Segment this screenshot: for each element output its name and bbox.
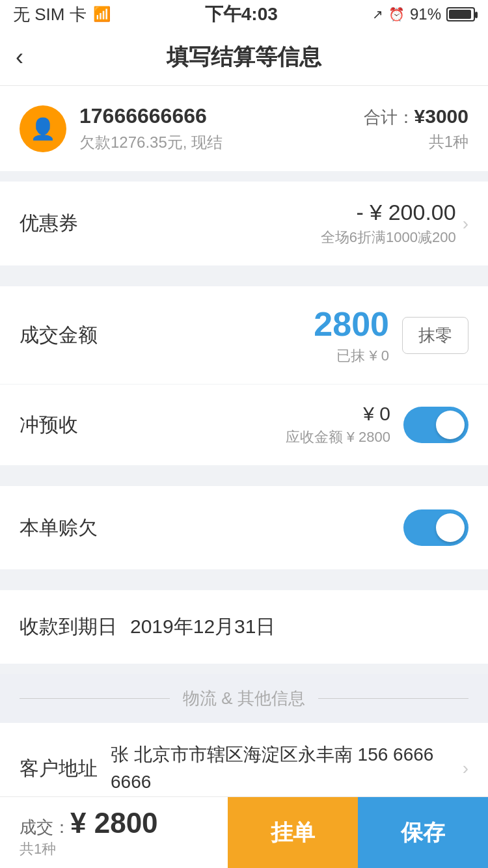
prereceive-label: 冲预收 xyxy=(20,412,78,439)
user-right: 合计：¥3000 共1种 xyxy=(364,105,468,152)
duedate-row: 收款到期日 2019年12月31日 xyxy=(0,590,488,664)
coupon-row[interactable]: 优惠券 - ¥ 200.00 全场6折满1000减200 › xyxy=(0,182,488,265)
debt-toggle[interactable] xyxy=(403,509,468,546)
nav-bar: ‹ 填写结算等信息 xyxy=(0,29,488,86)
battery-icon xyxy=(446,7,475,21)
bottom-deal-row: 成交：¥ 2800 xyxy=(20,807,208,839)
back-button[interactable]: ‹ xyxy=(16,44,23,71)
user-phone: 17666666666 xyxy=(79,104,223,128)
coupon-desc: 全场6折满1000减200 xyxy=(321,228,456,247)
logistics-text: 物流 & 其他信息 xyxy=(183,687,305,710)
coupon-label: 优惠券 xyxy=(20,210,78,237)
user-debt: 欠款1276.35元, 现结 xyxy=(79,132,223,153)
total-label-amount: 合计：¥3000 xyxy=(364,105,468,129)
divider-2 xyxy=(0,265,488,276)
avatar: 👤 xyxy=(20,105,66,152)
amount-section: 成交金额 2800 已抹 ¥ 0 抹零 冲预收 ¥ 0 应收金额 ¥ 2800 xyxy=(0,286,488,465)
prereceive-amount: ¥ 0 xyxy=(286,403,390,425)
wifi-icon: 📶 xyxy=(93,6,111,23)
status-time: 下午4:03 xyxy=(205,2,278,27)
bottom-left: 成交：¥ 2800 共1种 xyxy=(0,807,228,859)
status-bar: 无 SIM 卡 📶 下午4:03 ↗ ⏰ 91% xyxy=(0,0,488,29)
user-info: 17666666666 欠款1276.35元, 现结 xyxy=(79,104,223,153)
status-left: 无 SIM 卡 📶 xyxy=(13,3,111,26)
prereceive-value: ¥ 0 应收金额 ¥ 2800 xyxy=(286,403,390,447)
bottom-count: 共1种 xyxy=(20,839,208,859)
address-chevron-icon: › xyxy=(463,758,468,779)
logistics-line-right xyxy=(318,698,468,699)
bottom-deal-label: 成交： xyxy=(20,817,70,837)
location-icon: ↗ xyxy=(372,7,383,22)
amount-value-group: 2800 已抹 ¥ 0 xyxy=(314,305,389,366)
prereceive-toggle[interactable] xyxy=(403,407,468,443)
coupon-right: - ¥ 200.00 全场6折满1000减200 › xyxy=(321,200,468,247)
carrier-text: 无 SIM 卡 xyxy=(13,3,87,26)
debt-section: 本单赊欠 xyxy=(0,486,488,569)
total-count: 共1种 xyxy=(364,131,468,152)
debt-row: 本单赊欠 xyxy=(0,486,488,569)
hold-button[interactable]: 挂单 xyxy=(228,797,358,869)
avatar-icon: 👤 xyxy=(30,116,56,141)
divider-1 xyxy=(0,171,488,182)
prereceive-row: 冲预收 ¥ 0 应收金额 ¥ 2800 xyxy=(0,384,488,465)
battery-percentage: 91% xyxy=(410,5,441,23)
amount-sub: 已抹 ¥ 0 xyxy=(314,346,389,366)
coupon-chevron-icon: › xyxy=(463,213,468,234)
coupon-discount: - ¥ 200.00 xyxy=(321,200,456,225)
address-label: 客户地址 xyxy=(20,755,98,782)
user-card: 👤 17666666666 欠款1276.35元, 现结 合计：¥3000 共1… xyxy=(0,86,488,171)
round-button[interactable]: 抹零 xyxy=(402,317,468,354)
coupon-info: - ¥ 200.00 全场6折满1000减200 xyxy=(321,200,456,247)
save-button[interactable]: 保存 xyxy=(358,797,488,869)
page-title: 填写结算等信息 xyxy=(167,42,321,72)
duedate-label: 收款到期日 xyxy=(20,614,117,640)
bottom-deal-amount: ¥ 2800 xyxy=(70,807,158,839)
bottom-bar: 成交：¥ 2800 共1种 挂单 保存 xyxy=(0,796,488,868)
amount-row: 成交金额 2800 已抹 ¥ 0 抹零 xyxy=(0,286,488,384)
total-amount: ¥3000 xyxy=(414,105,468,127)
divider-4 xyxy=(0,569,488,580)
total-label: 合计： xyxy=(364,107,414,127)
debt-label: 本单赊欠 xyxy=(20,515,98,541)
logistics-line-left xyxy=(20,698,170,699)
content: 👤 17666666666 欠款1276.35元, 现结 合计：¥3000 共1… xyxy=(0,86,488,868)
duedate-section: 收款到期日 2019年12月31日 xyxy=(0,590,488,664)
alarm-icon: ⏰ xyxy=(388,7,405,22)
address-value: 张 北京市市辖区海淀区永丰南 156 6666 6666 xyxy=(111,741,463,796)
status-right: ↗ ⏰ 91% xyxy=(372,5,475,23)
amount-right: 2800 已抹 ¥ 0 抹零 xyxy=(314,305,468,366)
divider-3 xyxy=(0,465,488,476)
user-left: 👤 17666666666 欠款1276.35元, 现结 xyxy=(20,104,223,153)
prereceive-receivable: 应收金额 ¥ 2800 xyxy=(286,427,390,447)
duedate-value: 2019年12月31日 xyxy=(130,614,275,640)
amount-value: 2800 xyxy=(314,305,389,344)
logistics-divider: 物流 & 其他信息 xyxy=(0,674,488,723)
amount-label: 成交金额 xyxy=(20,322,98,349)
prereceive-right: ¥ 0 应收金额 ¥ 2800 xyxy=(286,403,468,447)
